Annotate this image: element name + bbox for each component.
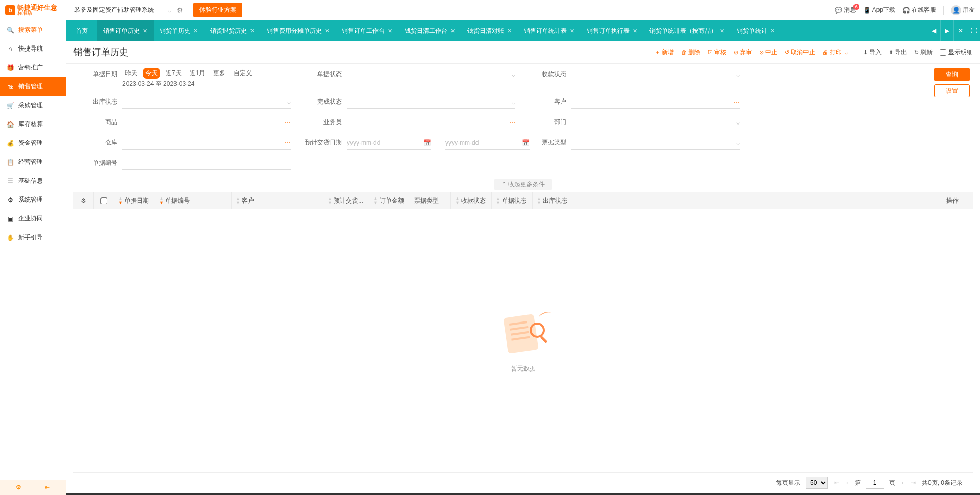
abandon-audit-button[interactable]: ⊘弃审 bbox=[734, 48, 752, 57]
tab-scroll-left-icon[interactable]: ◀ bbox=[927, 20, 940, 41]
date-segment[interactable]: 昨天 bbox=[122, 68, 140, 79]
tab-close-all-icon[interactable]: ✕ bbox=[953, 20, 967, 41]
close-icon[interactable]: ✕ bbox=[250, 28, 255, 34]
tab[interactable]: 销售订单统计表✕ bbox=[518, 20, 581, 41]
prev-page-icon[interactable]: ‹ bbox=[845, 479, 849, 486]
tab[interactable]: 销售订单工作台✕ bbox=[336, 20, 398, 41]
tab[interactable]: 销售订单历史✕ bbox=[97, 20, 154, 41]
receipt-status-select[interactable]: ⌵ bbox=[571, 68, 740, 81]
close-icon[interactable]: ✕ bbox=[143, 28, 147, 34]
collapse-filters-button[interactable]: ⌃ 收起更多条件 bbox=[494, 179, 552, 190]
sidebar-item[interactable]: ☰基础信息 bbox=[0, 171, 66, 190]
date-segment[interactable]: 今天 bbox=[143, 68, 160, 79]
dept-select[interactable]: ⌵ bbox=[571, 116, 740, 129]
close-icon[interactable]: ✕ bbox=[720, 28, 724, 34]
tab-scroll-right-icon[interactable]: ▶ bbox=[940, 20, 953, 41]
est-date-to-input[interactable] bbox=[445, 139, 522, 146]
tab[interactable]: 销售订单执行表✕ bbox=[581, 20, 643, 41]
tab-fullscreen-icon[interactable]: ⛶ bbox=[967, 20, 980, 41]
last-page-icon[interactable]: ⇥ bbox=[910, 479, 917, 486]
ticket-type-select[interactable]: ⌵ bbox=[571, 136, 740, 150]
sidebar-item[interactable]: 🏠库存核算 bbox=[0, 115, 66, 134]
warehouse-lookup[interactable]: ⋯ bbox=[122, 136, 291, 150]
next-page-icon[interactable]: › bbox=[900, 479, 904, 486]
goods-lookup[interactable]: ⋯ bbox=[122, 116, 291, 129]
tab[interactable]: 销货单历史✕ bbox=[154, 20, 204, 41]
sidebar-item[interactable]: 🛍销售管理 bbox=[0, 77, 66, 96]
first-page-icon[interactable]: ⇤ bbox=[833, 479, 840, 486]
delete-button[interactable]: 🗑删除 bbox=[681, 48, 700, 57]
sidebar-item[interactable]: 🛒采购管理 bbox=[0, 96, 66, 115]
tab[interactable]: 钱货日清对账✕ bbox=[461, 20, 518, 41]
query-button[interactable]: 查询 bbox=[934, 68, 970, 81]
gear-icon[interactable]: ⚙ bbox=[177, 6, 183, 14]
col-checkbox[interactable] bbox=[94, 192, 114, 209]
import-button[interactable]: ⬇导入 bbox=[863, 48, 882, 57]
tab[interactable]: 销售费用分摊单历史✕ bbox=[261, 20, 336, 41]
refresh-button[interactable]: ↻刷新 bbox=[914, 48, 933, 57]
close-icon[interactable]: ✕ bbox=[507, 28, 512, 34]
sidebar-item[interactable]: ⚙系统管理 bbox=[0, 190, 66, 209]
doc-no-input[interactable] bbox=[122, 157, 291, 170]
tab[interactable]: 销货退货历史✕ bbox=[204, 20, 261, 41]
close-icon[interactable]: ✕ bbox=[450, 28, 455, 34]
online-service-button[interactable]: 🎧 在线客服 bbox=[902, 6, 936, 14]
app-download-button[interactable]: 📱 App下载 bbox=[863, 6, 895, 14]
col-gear[interactable]: ⚙ bbox=[73, 192, 94, 209]
close-icon[interactable]: ✕ bbox=[388, 28, 392, 34]
cancel-stop-button[interactable]: ↺取消中止 bbox=[785, 48, 815, 57]
tab[interactable]: 钱货日清工作台✕ bbox=[398, 20, 461, 41]
date-segment[interactable]: 更多 bbox=[211, 68, 228, 79]
col-doc-status[interactable]: ▲▼单据状态 bbox=[492, 192, 533, 209]
customer-lookup[interactable]: ⋯ bbox=[571, 95, 740, 109]
col-receipt[interactable]: ▲▼收款状态 bbox=[451, 192, 492, 209]
close-icon[interactable]: ✕ bbox=[770, 28, 775, 34]
close-icon[interactable]: ✕ bbox=[325, 28, 330, 34]
export-button[interactable]: ⬆导出 bbox=[889, 48, 907, 57]
config-button[interactable]: 设置 bbox=[934, 84, 970, 97]
col-customer[interactable]: ▲▼客户 bbox=[232, 192, 323, 209]
close-icon[interactable]: ✕ bbox=[570, 28, 574, 34]
date-segment[interactable]: 近1月 bbox=[187, 68, 208, 79]
show-detail-checkbox[interactable]: 显示明细 bbox=[940, 48, 973, 57]
user-menu[interactable]: 👤 用友 bbox=[951, 5, 975, 15]
tab[interactable]: 首页 bbox=[66, 20, 97, 41]
sidebar-item[interactable]: 🎁营销推广 bbox=[0, 58, 66, 77]
industry-button[interactable]: 体验行业方案 bbox=[193, 3, 242, 17]
stop-button[interactable]: ⊘中止 bbox=[759, 48, 777, 57]
est-date-from-input[interactable] bbox=[347, 139, 423, 146]
system-selector[interactable]: 装备及固定资产辅助管理系统 ⌵ bbox=[74, 6, 171, 14]
settings-icon[interactable]: ⚙ bbox=[16, 484, 21, 491]
est-date-to[interactable]: 📅 bbox=[445, 136, 530, 150]
close-icon[interactable]: ✕ bbox=[193, 28, 198, 34]
calendar-icon[interactable]: 📅 bbox=[423, 139, 431, 146]
out-status-select[interactable]: ⌵ bbox=[122, 95, 291, 109]
sidebar-item[interactable]: ✋新手引导 bbox=[0, 228, 66, 247]
date-segment[interactable]: 自定义 bbox=[231, 68, 255, 79]
col-out-status[interactable]: ▲▼出库状态 bbox=[533, 192, 932, 209]
col-amount[interactable]: ▲▼订单金额 bbox=[369, 192, 410, 209]
page-input[interactable] bbox=[866, 477, 884, 489]
col-date[interactable]: ▲▼单据日期 bbox=[114, 192, 155, 209]
est-date-from[interactable]: 📅 bbox=[347, 136, 431, 150]
search-menu[interactable]: 🔍 搜索菜单 bbox=[0, 20, 66, 39]
page-size-select[interactable]: 50 bbox=[806, 477, 828, 489]
col-ticket[interactable]: 票据类型 bbox=[410, 192, 451, 209]
audit-button[interactable]: ☑审核 bbox=[708, 48, 726, 57]
tab[interactable]: 销货单统计✕ bbox=[731, 20, 781, 41]
col-est[interactable]: ▲▼预计交货... bbox=[323, 192, 369, 209]
doc-status-select[interactable]: ⌵ bbox=[347, 68, 515, 81]
sidebar-item[interactable]: ⌂快捷导航 bbox=[0, 39, 66, 58]
finish-status-select[interactable]: ⌵ bbox=[347, 95, 515, 109]
print-button[interactable]: 🖨打印⌵ bbox=[822, 48, 848, 57]
date-segment[interactable]: 近7天 bbox=[163, 68, 184, 79]
add-button[interactable]: ＋新增 bbox=[655, 48, 674, 57]
sidebar-item[interactable]: 💰资金管理 bbox=[0, 134, 66, 153]
collapse-sidebar-icon[interactable]: ⇤ bbox=[45, 484, 50, 491]
close-icon[interactable]: ✕ bbox=[633, 28, 637, 34]
col-no[interactable]: ▲▼单据编号 bbox=[155, 192, 232, 209]
sidebar-item[interactable]: 📋经营管理 bbox=[0, 153, 66, 171]
salesman-lookup[interactable]: ⋯ bbox=[347, 116, 515, 129]
message-button[interactable]: 💬 消息 6 bbox=[835, 6, 856, 14]
sidebar-item[interactable]: ▣企业协同 bbox=[0, 209, 66, 228]
